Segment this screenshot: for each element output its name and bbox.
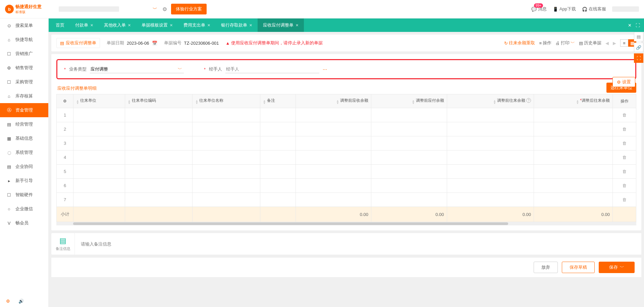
close-icon[interactable]: ✕ [207,23,210,28]
sidebar-label: 畅会员 [15,220,29,226]
tab-2[interactable]: 其他收入单✕ [99,18,136,32]
col-remark[interactable]: ▲▼备注 [260,94,296,108]
close-icon[interactable]: ✕ [249,23,252,28]
experience-button[interactable]: 体验行业方案 [171,4,207,14]
table-row[interactable]: 1🗑 [57,108,636,122]
sidebar-label: 基础信息 [15,135,33,141]
tabs-bar: 首页付款单✕其他收入单✕单据模板设置✕费用支出单✕银行存取款单✕应收应付调整单✕… [49,18,644,32]
col-before-recv[interactable]: ▲▼调整前应收余额 [296,94,371,108]
chevron-down-icon: ﹀ [153,6,157,12]
sidebar-icon: ⌂ [6,37,12,42]
delete-row-icon[interactable]: 🗑 [613,108,636,122]
table-row[interactable]: 4🗑 [57,150,636,165]
tab-expand-icon[interactable]: ⛶ [636,23,640,28]
save-draft-button[interactable]: 保存草稿 [562,262,595,273]
horizontal-scrollbar[interactable] [56,222,636,225]
messages-link[interactable]: 99+ 💬 消息 [531,6,547,12]
online-service-link[interactable]: 🎧 在线客服 [582,6,606,12]
history-button[interactable]: ▤ 历史单据 [579,40,601,46]
delete-row-icon[interactable]: 🗑 [613,179,636,193]
logo: b 畅捷通好生意 标准版 [5,4,52,14]
sidebar-item-7[interactable]: ▤经营管理 [0,117,48,131]
sidebar-item-10[interactable]: ▤企业协同 [0,160,48,174]
more-icon[interactable]: ⋯ [323,67,327,72]
sidebar-label: 销售管理 [15,65,33,71]
tab-1[interactable]: 付款单✕ [70,18,99,32]
sidebar-item-13[interactable]: ○企业微信 [0,202,48,216]
sidebar-footer: ⚙ 🔊 [0,295,48,307]
operate-button[interactable]: ≡ 操作 [539,40,551,46]
right-rail: ▤ 🔗 ⛶ [634,32,644,63]
sidebar-item-8[interactable]: ▦基础信息 [0,131,48,145]
col-before-pay[interactable]: ▲▼调整前应付余额 [371,94,447,108]
tab-close-icon[interactable]: ✕ [628,23,632,28]
handler-input[interactable] [225,65,319,73]
close-icon[interactable]: ✕ [170,23,173,28]
rail-note-icon[interactable]: ▤ [634,32,643,41]
tab-4[interactable]: 费用支出单✕ [178,18,216,32]
view-list-button[interactable]: ≡ [620,39,628,47]
chevron-down-icon: ﹀ [571,40,575,46]
doc-number: 单据编号 TZ-20230606-001 [164,40,219,46]
table-row[interactable]: 5🗑 [57,165,636,179]
settings-icon[interactable]: ⚙ [6,299,10,304]
delete-row-icon[interactable]: 🗑 [613,122,636,136]
col-before-bal[interactable]: ▲▼调整前往来余额? [447,94,534,108]
table-row[interactable]: 3🗑 [57,136,636,150]
sidebar-item-5[interactable]: ⌂库存核算 [0,89,48,103]
sidebar-item-9[interactable]: ◌系统管理 [0,145,48,160]
sidebar-icon: ⊙ [6,23,12,28]
help-icon[interactable]: ? [526,98,531,103]
col-gear[interactable]: ⚙ [57,94,73,108]
table-row[interactable]: 2🗑 [57,122,636,136]
reget-balance-button[interactable]: ↻ 往来余额重取 [504,40,535,46]
sidebar-item-14[interactable]: V畅会员 [0,216,48,230]
sidebar-item-4[interactable]: ☐采购管理 [0,75,48,89]
table-row[interactable]: 6🗑 [57,179,636,193]
sidebar-icon: ☐ [6,51,12,56]
print-button[interactable]: 🖨 打印 ﹀ [555,40,575,46]
headset-icon: 🎧 [582,7,587,12]
sidebar-icon: ▦ [6,136,12,141]
sidebar-item-11[interactable]: ▸新手引导 [0,174,48,188]
sidebar-item-0[interactable]: ⊙搜索菜单 [0,18,48,33]
user-info[interactable] [612,6,639,12]
col-unit-name[interactable]: ▲▼往来单位名称 [193,94,260,108]
calendar-icon[interactable]: 📅 [152,41,157,46]
discard-button[interactable]: 放弃 [534,262,558,273]
tab-0[interactable]: 首页 [50,18,70,32]
rail-expand-icon[interactable]: ⛶ [634,53,643,63]
col-unit[interactable]: ▲▼往来单位 [73,94,125,108]
rail-attach-icon[interactable]: 🔗 [634,43,643,52]
biz-type-select[interactable] [90,65,184,73]
sidebar-icon: ◌ [6,150,12,155]
top-right: 99+ 💬 消息 📱 App下载 🎧 在线客服 [531,6,639,12]
org-selector[interactable]: ﹀ [59,6,157,12]
sidebar-item-3[interactable]: ⚙销售管理 [0,61,48,75]
sidebar-item-2[interactable]: ☐营销推广 [0,47,48,61]
next-icon[interactable]: ▶ [613,41,616,46]
gear-icon[interactable]: ⚙ [162,6,167,12]
table-row[interactable]: 7🗑 [57,193,636,207]
delete-row-icon[interactable]: 🗑 [613,150,636,165]
sidebar-item-12[interactable]: ☐智能硬件 [0,188,48,202]
tab-3[interactable]: 单据模板设置✕ [136,18,178,32]
col-unit-code[interactable]: ▲▼往来单位编码 [125,94,193,108]
settings-button[interactable]: ⚙ 设置 [612,77,635,87]
close-icon[interactable]: ✕ [90,23,93,28]
delete-row-icon[interactable]: 🗑 [613,193,636,207]
prev-icon[interactable]: ◀ [605,41,609,46]
tab-5[interactable]: 银行存取款单✕ [216,18,258,32]
save-button[interactable]: 保存 ﹀ [599,262,635,273]
sound-icon[interactable]: 🔊 [18,299,24,304]
col-after-bal[interactable]: ▲▼*调整后往来余额 [534,94,613,108]
sidebar-item-1[interactable]: ⌂快捷导航 [0,33,48,47]
sidebar-item-6[interactable]: Ⓐ资金管理 [0,103,48,117]
delete-row-icon[interactable]: 🗑 [613,136,636,150]
remarks-input[interactable] [75,233,641,255]
app-download-link[interactable]: 📱 App下载 [553,6,576,12]
delete-row-icon[interactable]: 🗑 [613,165,636,179]
close-icon[interactable]: ✕ [296,23,299,28]
close-icon[interactable]: ✕ [128,23,131,28]
tab-6[interactable]: 应收应付调整单✕ [258,18,304,32]
